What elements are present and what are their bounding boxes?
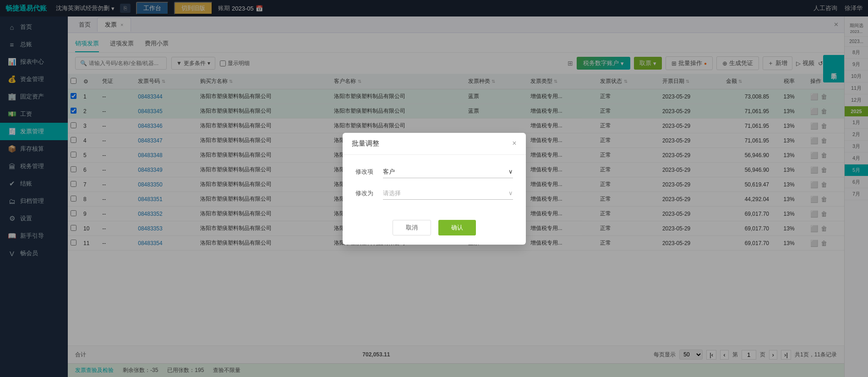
modal-body: 修改项 客户 ∨ 修改为 请选择 ∨: [343, 155, 526, 220]
modify-item-dropdown-icon: ∨: [508, 168, 513, 175]
modify-item-select[interactable]: 客户 ∨: [383, 166, 513, 178]
modify-item-row: 修改项 客户 ∨: [355, 166, 513, 178]
modify-to-row: 修改为 请选择 ∨: [355, 187, 513, 200]
batch-adjust-modal: 批量调整 × 修改项 客户 ∨ 修改为 请选择 ∨ 取消 确认: [343, 133, 526, 245]
modal-confirm-btn[interactable]: 确认: [438, 220, 476, 235]
modify-item-label: 修改项: [355, 168, 383, 176]
modal-close-btn[interactable]: ×: [512, 139, 516, 148]
modal-cancel-btn[interactable]: 取消: [393, 220, 431, 235]
modify-to-label: 修改为: [355, 189, 383, 197]
modify-to-select[interactable]: 请选择 ∨: [383, 187, 513, 200]
modal-title: 批量调整: [352, 139, 379, 148]
modal-header: 批量调整 ×: [343, 133, 526, 155]
modal-footer: 取消 确认: [343, 220, 526, 245]
modify-to-dropdown-icon: ∨: [508, 190, 513, 197]
modal-overlay[interactable]: 批量调整 × 修改项 客户 ∨ 修改为 请选择 ∨ 取消 确认: [0, 0, 868, 377]
